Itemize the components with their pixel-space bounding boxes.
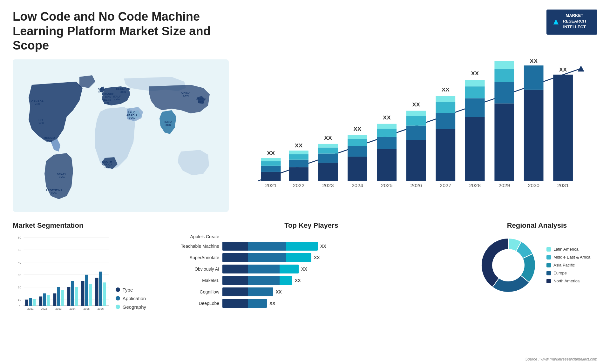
players-list: Apple's CreateTeachable MachineXXSuperAn… bbox=[156, 234, 467, 308]
regional-section: Regional Analysis Latin AmericaMiddle Ea… bbox=[477, 221, 597, 329]
svg-rect-60 bbox=[406, 140, 426, 181]
top-section: CANADA xx% U.S. xx% MEXICO xx% BRAZIL xx… bbox=[13, 59, 597, 212]
regional-legend-label: North America bbox=[553, 279, 580, 283]
svg-text:xx%: xx% bbox=[114, 98, 120, 101]
bar-segment-3 bbox=[280, 265, 299, 273]
player-value: XX bbox=[295, 278, 301, 283]
regional-legend-item: North America bbox=[546, 279, 590, 283]
svg-rect-36 bbox=[261, 166, 281, 172]
svg-text:30: 30 bbox=[18, 273, 21, 277]
svg-text:2028: 2028 bbox=[469, 183, 481, 188]
svg-rect-119 bbox=[67, 287, 71, 306]
map-svg: CANADA xx% U.S. xx% MEXICO xx% BRAZIL xx… bbox=[13, 59, 229, 212]
svg-text:xx%: xx% bbox=[35, 103, 40, 106]
logo-m-icon: ▲ bbox=[552, 15, 560, 28]
legend-label-geography: Geography bbox=[123, 304, 146, 310]
svg-rect-37 bbox=[261, 161, 281, 165]
svg-text:XX: XX bbox=[559, 67, 567, 73]
header: Low Code and No Code Machine Learning Pl… bbox=[13, 10, 597, 53]
svg-text:XX: XX bbox=[471, 70, 479, 76]
svg-rect-53 bbox=[348, 135, 367, 139]
donut-svg bbox=[477, 233, 540, 297]
logo-line2: RESEARCH bbox=[563, 18, 586, 24]
svg-rect-78 bbox=[494, 61, 514, 69]
svg-rect-111 bbox=[29, 298, 32, 306]
svg-rect-116 bbox=[53, 293, 56, 306]
bar-segment-2 bbox=[248, 276, 280, 285]
svg-text:0: 0 bbox=[19, 304, 21, 308]
player-value: XX bbox=[269, 301, 275, 306]
regional-legend: Latin AmericaMiddle East & AfricaAsia Pa… bbox=[546, 247, 590, 283]
source-text: Source : www.marketresearchintellect.com bbox=[525, 357, 597, 361]
svg-text:20: 20 bbox=[18, 286, 21, 289]
svg-text:xx%: xx% bbox=[198, 100, 204, 104]
bar-segment-1 bbox=[222, 299, 248, 308]
svg-rect-122 bbox=[81, 281, 85, 306]
svg-text:xx%: xx% bbox=[183, 94, 189, 97]
bar-segment-2 bbox=[248, 299, 267, 308]
regional-legend-label: Latin America bbox=[553, 247, 579, 252]
svg-text:2022: 2022 bbox=[41, 307, 47, 309]
svg-text:2023: 2023 bbox=[55, 307, 62, 309]
player-bar bbox=[222, 287, 273, 296]
svg-rect-52 bbox=[348, 139, 367, 146]
svg-rect-66 bbox=[436, 113, 456, 129]
player-row: Teachable MachineXX bbox=[156, 242, 467, 251]
logo-box: ▲ MARKET RESEARCH INTELLECT bbox=[546, 10, 597, 35]
players-section: Top Key Players Apple's CreateTeachable … bbox=[156, 221, 467, 329]
svg-rect-38 bbox=[261, 158, 281, 161]
regional-legend-label: Europe bbox=[553, 271, 567, 275]
seg-chart-area: 60 50 40 30 20 10 0 bbox=[13, 233, 146, 310]
bar-segment-3 bbox=[280, 276, 292, 285]
regional-legend-item: Latin America bbox=[546, 247, 590, 252]
svg-rect-58 bbox=[377, 124, 397, 129]
svg-text:xx%: xx% bbox=[104, 166, 110, 169]
svg-rect-72 bbox=[465, 86, 485, 98]
legend-dot-type bbox=[116, 287, 120, 292]
bar-segment-1 bbox=[222, 276, 248, 285]
legend-dot-application bbox=[116, 296, 120, 300]
svg-text:xx%: xx% bbox=[104, 102, 109, 105]
bar-segment-1 bbox=[222, 287, 248, 296]
player-row: MakeMLXX bbox=[156, 276, 467, 285]
bar-chart-svg: XX XX XX XX bbox=[238, 59, 597, 199]
player-row: Apple's Create bbox=[156, 234, 467, 239]
player-name: Obviously AI bbox=[156, 266, 219, 272]
player-name: DeepLobe bbox=[156, 301, 219, 306]
legend-application: Application bbox=[116, 296, 146, 301]
regional-legend-item: Asia Pacific bbox=[546, 263, 590, 267]
regional-legend-dot bbox=[546, 271, 551, 275]
svg-text:2022: 2022 bbox=[293, 183, 305, 188]
svg-text:XX: XX bbox=[267, 150, 275, 156]
svg-text:XX: XX bbox=[354, 126, 362, 132]
player-bar bbox=[222, 265, 299, 273]
svg-rect-121 bbox=[75, 287, 78, 306]
svg-rect-70 bbox=[465, 117, 485, 181]
svg-text:2029: 2029 bbox=[498, 183, 510, 188]
svg-text:XX: XX bbox=[383, 115, 391, 121]
svg-rect-45 bbox=[318, 163, 338, 181]
player-bar bbox=[222, 253, 311, 262]
player-bar-wrap: XX bbox=[222, 276, 467, 285]
svg-rect-123 bbox=[85, 275, 88, 306]
player-bar-wrap: XX bbox=[222, 242, 467, 251]
svg-rect-51 bbox=[348, 146, 367, 156]
regional-legend-dot bbox=[546, 247, 551, 252]
world-map: CANADA xx% U.S. xx% MEXICO xx% BRAZIL xx… bbox=[13, 59, 229, 212]
player-bar-wrap: XX bbox=[222, 265, 467, 273]
regional-title: Regional Analysis bbox=[477, 221, 597, 230]
svg-rect-43 bbox=[289, 151, 308, 154]
player-name: SuperAnnotate bbox=[156, 255, 219, 260]
logo-icon: ▲ MARKET RESEARCH INTELLECT bbox=[552, 13, 592, 30]
svg-text:xx%: xx% bbox=[59, 176, 65, 179]
segmentation-legend: Type Application Geography bbox=[116, 287, 146, 310]
svg-rect-75 bbox=[494, 103, 514, 181]
svg-rect-67 bbox=[436, 102, 456, 113]
svg-text:xx%: xx% bbox=[129, 117, 135, 120]
svg-text:2031: 2031 bbox=[557, 183, 569, 188]
svg-text:XX: XX bbox=[295, 143, 303, 149]
svg-rect-61 bbox=[406, 125, 426, 140]
svg-rect-77 bbox=[494, 69, 514, 82]
svg-text:2021: 2021 bbox=[27, 307, 34, 309]
svg-rect-120 bbox=[71, 281, 74, 306]
